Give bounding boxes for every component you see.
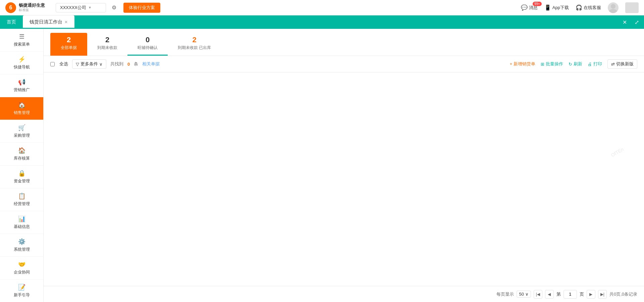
- sidebar-label-operations: 经营管理: [14, 201, 30, 207]
- sidebar-item-search-menu[interactable]: ☰ 搜索菜单: [0, 29, 43, 52]
- page-size-chevron-icon: ∨: [525, 292, 529, 297]
- page-label: 第: [556, 291, 561, 297]
- page-size-select[interactable]: 50 ∨: [517, 291, 531, 298]
- sidebar-item-purchase-mgmt[interactable]: 🛒 采购管理: [0, 120, 43, 143]
- logo-title: 畅捷通好生意: [19, 3, 45, 8]
- main-layout: ☰ 搜索菜单 ⚡ 快捷导航 📢 营销推广 🏠 销售管理 🛒 采购管理 🏠 库存核…: [0, 29, 644, 302]
- tab-home[interactable]: 首页: [0, 15, 23, 29]
- sidebar-label-enterprise-coop: 企业协同: [14, 269, 30, 275]
- sidebar-item-basic-info[interactable]: 📊 基础信息: [0, 211, 43, 234]
- message-button[interactable]: 💬 消息 99+: [521, 4, 538, 11]
- stat-number-all: 2: [67, 36, 71, 44]
- stat-label-wangfu: 旺辅待确认: [138, 45, 158, 51]
- logo-area: 6 畅捷通好生意 标准版: [5, 2, 49, 13]
- add-sales-order-button[interactable]: + 新增销货单: [510, 61, 535, 67]
- sidebar-item-beginner-guide[interactable]: 📝 新手引导: [0, 280, 43, 302]
- expand-window-button[interactable]: ⤢: [632, 17, 641, 27]
- last-page-button[interactable]: ▶|: [598, 290, 607, 299]
- operations-icon: 📋: [18, 192, 25, 200]
- switch-icon: ⇄: [611, 62, 615, 67]
- filter-chevron-icon: ∨: [99, 62, 103, 67]
- sidebar-label-quick-nav: 快捷导航: [14, 64, 30, 70]
- sidebar-label-marketing: 营销推广: [14, 87, 30, 93]
- found-text-prefix: 共找到: [110, 61, 123, 67]
- experience-button[interactable]: 体验行业方案: [123, 3, 160, 13]
- stats-tabs: 2 全部单据 2 到期未收款 0 旺辅待确认 2 到期未收款 已出库: [44, 29, 644, 56]
- page-size-value: 50: [519, 292, 524, 297]
- prev-page-button[interactable]: ◀: [545, 290, 554, 299]
- stat-tab-wangfu[interactable]: 0 旺辅待确认: [127, 33, 168, 56]
- print-button[interactable]: 🖨 打印: [588, 61, 602, 67]
- sidebar-item-quick-nav[interactable]: ⚡ 快捷导航: [0, 52, 43, 74]
- nav-tabs: 首页 钱货日清工作台 ✕ ✕ ⤢: [0, 15, 644, 29]
- sidebar-item-sales-mgmt[interactable]: 🏠 销售管理: [0, 97, 43, 120]
- print-icon: 🖨: [588, 62, 592, 67]
- purchase-mgmt-icon: 🛒: [18, 124, 25, 131]
- stat-label-all: 全部单据: [61, 45, 77, 51]
- sidebar-label-finance: 资金管理: [14, 178, 30, 184]
- tab-qianhuorichingworkbench[interactable]: 钱货日清工作台 ✕: [23, 15, 74, 29]
- sidebar-item-enterprise-coop[interactable]: 🤝 企业协同: [0, 257, 43, 280]
- related-link[interactable]: 相关单据: [142, 61, 160, 67]
- refresh-icon: ↻: [569, 62, 572, 67]
- watermark: OfTEn: [610, 146, 624, 158]
- logo-sub: 标准版: [19, 8, 45, 12]
- filter-button[interactable]: ▽ 更多条件 ∨: [72, 59, 106, 69]
- system-mgmt-icon: ⚙️: [18, 238, 25, 245]
- select-all-checkbox[interactable]: [50, 62, 55, 66]
- stat-tab-all[interactable]: 2 全部单据: [50, 33, 87, 56]
- batch-icon: ⊞: [541, 62, 544, 67]
- beginner-guide-icon: 📝: [18, 284, 25, 291]
- toolbar: 全选 ▽ 更多条件 ∨ 共找到 0 条 相关单据 + 新增销货单 ⊞ 批量操作 …: [44, 56, 644, 72]
- stat-number-overdue-shipped: 2: [193, 36, 197, 44]
- sidebar-label-basic-info: 基础信息: [14, 224, 30, 230]
- sidebar-label-search-menu: 搜索菜单: [14, 42, 30, 47]
- stat-tab-overdue[interactable]: 2 到期未收款: [87, 33, 127, 56]
- stat-tab-overdue-shipped[interactable]: 2 到期未收款 已出库: [168, 33, 221, 56]
- top-bar: 6 畅捷通好生意 标准版 XXXXXX公司 ▼ ⚙ 体验行业方案 💬 消息 99…: [0, 0, 644, 15]
- sidebar-label-inventory: 库存核算: [14, 156, 30, 161]
- sidebar-label-system-mgmt: 系统管理: [14, 247, 30, 252]
- filter-icon: ▽: [76, 62, 79, 67]
- refresh-button[interactable]: ↻ 刷新: [569, 61, 582, 67]
- marketing-icon: 📢: [18, 78, 25, 86]
- svg-point-1: [609, 9, 617, 13]
- user-name-area[interactable]: [625, 2, 639, 13]
- stat-label-overdue: 到期未收款: [97, 45, 117, 51]
- close-tab-icon[interactable]: ✕: [64, 20, 68, 24]
- close-window-button[interactable]: ✕: [620, 17, 629, 27]
- search-menu-icon: ☰: [19, 33, 24, 40]
- top-right-area: 💬 消息 99+ 📱 App下载 🎧 在线客服: [521, 2, 639, 13]
- sidebar-item-operations[interactable]: 📋 经营管理: [0, 188, 43, 211]
- switch-version-button[interactable]: ⇄ 切换新版: [607, 59, 637, 69]
- per-page-label: 每页显示: [496, 291, 514, 297]
- batch-operation-button[interactable]: ⊞ 批量操作: [541, 61, 563, 67]
- toolbar-right: + 新增销货单 ⊞ 批量操作 ↻ 刷新 🖨 打印 ⇄ 切换新版: [510, 59, 637, 69]
- app-download-button[interactable]: 📱 App下载: [544, 4, 569, 11]
- stat-number-wangfu: 0: [146, 36, 150, 44]
- next-page-button[interactable]: ▶: [587, 290, 595, 299]
- avatar[interactable]: [608, 2, 619, 13]
- sidebar-item-marketing[interactable]: 📢 营销推广: [0, 74, 43, 97]
- sales-mgmt-icon: 🏠: [18, 101, 25, 109]
- company-name: XXXXXX公司: [60, 5, 86, 11]
- sidebar-item-inventory[interactable]: 🏠 库存核算: [0, 143, 43, 166]
- page-number-input[interactable]: [564, 290, 577, 299]
- nav-right-actions: ✕ ⤢: [620, 17, 644, 27]
- first-page-button[interactable]: |◀: [534, 290, 542, 299]
- quick-nav-icon: ⚡: [18, 56, 25, 63]
- sidebar-item-system-mgmt[interactable]: ⚙️ 系统管理: [0, 234, 43, 257]
- logo-icon: 6: [5, 2, 16, 13]
- table-area: OfTEn: [44, 72, 644, 286]
- stat-label-overdue-shipped: 到期未收款 已出库: [178, 45, 211, 51]
- enterprise-coop-icon: 🤝: [18, 261, 25, 268]
- online-service-button[interactable]: 🎧 在线客服: [576, 4, 601, 11]
- sidebar-item-finance[interactable]: 🔒 资金管理: [0, 166, 43, 188]
- online-service-label: 在线客服: [584, 5, 601, 11]
- company-selector[interactable]: XXXXXX公司 ▼: [56, 3, 106, 12]
- chevron-down-icon: ▼: [88, 6, 92, 9]
- sidebar-label-beginner-guide: 新手引导: [14, 292, 30, 298]
- svg-point-0: [611, 4, 615, 9]
- settings-button[interactable]: ⚙: [109, 2, 119, 13]
- stat-number-overdue: 2: [105, 36, 109, 44]
